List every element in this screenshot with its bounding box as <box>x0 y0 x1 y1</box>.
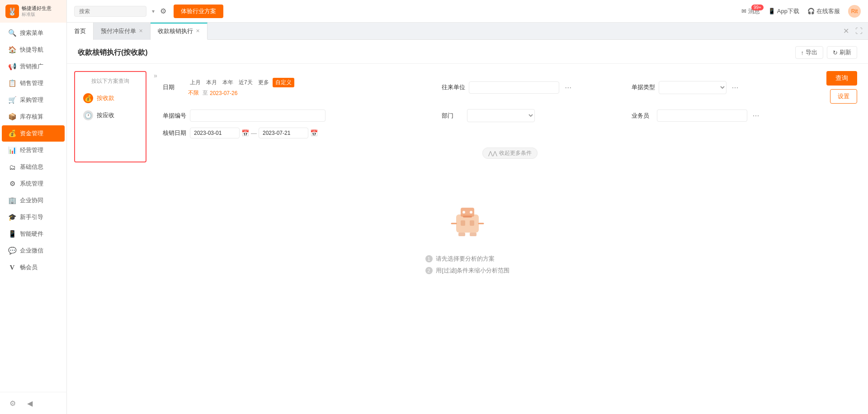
purchase-icon: 🛒 <box>8 96 16 104</box>
collapse-sidebar-btn[interactable]: ◀ <box>24 397 36 409</box>
staff-input[interactable] <box>657 109 747 122</box>
date-end-value: 2023-07-26 <box>210 90 237 96</box>
date-7days[interactable]: 近7天 <box>237 78 255 87</box>
tab-collection[interactable]: 收款核销执行 ✕ <box>151 23 208 40</box>
filter-field-dept: 部门 <box>442 109 620 122</box>
search-icon: 🔍 <box>8 29 16 37</box>
tip-num-1: 1 <box>425 255 433 262</box>
filter-collapse-btn[interactable]: » <box>154 71 163 162</box>
sidebar-item-quicknav[interactable]: 🏠 快捷导航 <box>2 42 65 58</box>
tab-close-all-btn[interactable]: ✕ <box>841 26 851 36</box>
filter-form: 日期 上月 本月 本年 近7天 更多 自定义 不限 <box>163 71 857 162</box>
svg-rect-6 <box>470 220 474 226</box>
guide-icon: 🎓 <box>8 213 16 221</box>
app-download-btn[interactable]: 📱 App下载 <box>768 7 799 15</box>
docno-input[interactable] <box>190 109 326 122</box>
tab-home[interactable]: 首页 <box>67 23 94 40</box>
svg-rect-8 <box>470 233 476 236</box>
verify-date-from-input[interactable] <box>190 128 240 138</box>
sidebar-item-system[interactable]: ⚙ 系统管理 <box>2 176 65 192</box>
app-icon: 📱 <box>768 8 775 14</box>
collapse-more-button[interactable]: ⋀⋀ 收起更多条件 <box>482 148 538 159</box>
empty-state: 1 请先选择要分析的方案 2 用[过滤]条件来缩小分析范围 <box>67 162 868 304</box>
date-shortcuts-group: 上月 本月 本年 近7天 更多 自定义 不限 至 2023-07-26 <box>188 78 294 97</box>
sidebar-item-wechat[interactable]: 💬 企业微信 <box>2 243 65 259</box>
filter-field-verify-date: 核销日期 📅 — 📅 <box>163 128 857 138</box>
svg-point-3 <box>470 211 472 214</box>
filter-field-staff: 业务员 ··· <box>632 109 810 122</box>
sidebar-item-hardware[interactable]: 📱 智能硬件 <box>2 226 65 242</box>
date-label: 日期 <box>163 83 184 91</box>
filter-option-receivable[interactable]: 🕐 按应收 <box>79 107 142 124</box>
topbar-gear-icon[interactable]: ⚙ <box>160 7 166 15</box>
collapse-more-row: ⋀⋀ 收起更多条件 <box>163 144 857 162</box>
tab-prepay[interactable]: 预付冲应付单 ✕ <box>94 23 151 40</box>
date-last-month[interactable]: 上月 <box>188 78 203 87</box>
sidebar-logo: 🐰 畅捷通好生意 标准版 <box>0 0 66 23</box>
topbar-search-input[interactable] <box>74 6 146 17</box>
logo-text: 畅捷通好生意 标准版 <box>22 5 52 18</box>
filter-row-1: 日期 上月 本月 本年 近7天 更多 自定义 不限 <box>163 71 857 104</box>
tab-collection-close[interactable]: ✕ <box>196 28 200 34</box>
doctype-ellipsis-btn[interactable]: ··· <box>730 83 741 92</box>
sidebar-nav: 🔍 搜索菜单 🏠 快捷导航 📢 营销推广 📋 销售管理 🛒 采购管理 📦 库存核… <box>0 23 66 392</box>
verify-date-to-input[interactable] <box>259 128 308 138</box>
user-avatar[interactable]: Rit <box>848 5 861 18</box>
tab-prepay-close[interactable]: ✕ <box>139 28 143 34</box>
tabbar-actions: ✕ ⛶ <box>841 26 868 36</box>
date-custom[interactable]: 自定义 <box>273 78 294 87</box>
dept-select[interactable] <box>467 109 535 122</box>
date-this-year[interactable]: 本年 <box>221 78 235 87</box>
sidebar-item-finance[interactable]: 💰 资金管理 <box>2 125 65 142</box>
messages-badge: 99+ <box>751 5 764 10</box>
industry-plan-button[interactable]: 体验行业方案 <box>174 5 223 18</box>
finance-icon: 💰 <box>8 129 16 138</box>
sidebar-item-enterprise[interactable]: 🏢 企业协同 <box>2 192 65 209</box>
messages-btn[interactable]: ✉ 消息 99+ <box>741 7 760 15</box>
sidebar-item-vip[interactable]: V 畅会员 <box>2 259 65 276</box>
verify-date-label: 核销日期 <box>163 129 186 137</box>
sidebar-item-marketing[interactable]: 📢 营销推广 <box>2 58 65 75</box>
doctype-select[interactable] <box>659 81 726 94</box>
staff-label: 业务员 <box>632 112 653 120</box>
sidebar-item-inventory[interactable]: 📦 库存核算 <box>2 109 65 125</box>
settings-button[interactable]: 设置 <box>830 89 857 104</box>
partner-ellipsis-btn[interactable]: ··· <box>563 83 573 92</box>
query-button[interactable]: 查询 <box>826 71 857 86</box>
sidebar-item-basic[interactable]: 🗂 基础信息 <box>2 159 65 175</box>
date-more[interactable]: 更多 <box>256 78 271 87</box>
filter-field-doctype: 单据类型 ··· <box>632 81 810 94</box>
page-header: 收款核销执行(按收款) ↑ 导出 ↻ 刷新 <box>67 40 868 64</box>
date-shortcuts: 上月 本月 本年 近7天 更多 自定义 <box>188 78 294 87</box>
docno-label: 单据编号 <box>163 112 186 120</box>
sidebar-item-search[interactable]: 🔍 搜索菜单 <box>2 25 65 41</box>
svg-rect-4 <box>463 216 472 218</box>
filter-actions: 查询 设置 <box>821 71 857 104</box>
tip-num-2: 2 <box>425 267 433 274</box>
refresh-button[interactable]: ↻ 刷新 <box>827 46 857 59</box>
date-this-month[interactable]: 本月 <box>204 78 219 87</box>
staff-ellipsis-btn[interactable]: ··· <box>751 111 761 120</box>
online-service-btn[interactable]: 🎧 在线客服 <box>807 7 840 15</box>
settings-footer-btn[interactable]: ⚙ <box>6 397 19 409</box>
topbar: ▾ ⚙ 体验行业方案 ✉ 消息 99+ 📱 App下载 🎧 在线客服 Rit <box>67 0 868 23</box>
tab-maximize-btn[interactable]: ⛶ <box>854 26 864 36</box>
sidebar-item-guide[interactable]: 🎓 新手引导 <box>2 209 65 225</box>
sidebar-item-sales[interactable]: 📋 销售管理 <box>2 75 65 91</box>
verify-date-to-icon[interactable]: 📅 <box>310 129 318 137</box>
page-header-actions: ↑ 导出 ↻ 刷新 <box>795 46 858 59</box>
sidebar-item-purchase[interactable]: 🛒 采购管理 <box>2 92 65 108</box>
export-button[interactable]: ↑ 导出 <box>795 46 824 59</box>
sidebar-item-operations[interactable]: 📊 经营管理 <box>2 142 65 158</box>
filter-field-date: 日期 上月 本月 本年 近7天 更多 自定义 不限 <box>163 78 431 97</box>
filter-option-receipt[interactable]: 💰 按收款 <box>79 90 142 107</box>
filter-area: 按以下方案查询 💰 按收款 🕐 按应收 » 日期 <box>67 64 868 162</box>
topbar-dropdown-arrow[interactable]: ▾ <box>152 8 155 14</box>
content-area: 收款核销执行(按收款) ↑ 导出 ↻ 刷新 按以下方案查询 💰 按收款 <box>67 40 868 414</box>
empty-svg <box>445 199 490 244</box>
hardware-icon: 📱 <box>8 230 16 238</box>
partner-input[interactable] <box>469 81 559 94</box>
verify-date-from-icon[interactable]: 📅 <box>241 129 249 137</box>
empty-illustration <box>445 199 490 244</box>
svg-rect-7 <box>458 233 465 236</box>
